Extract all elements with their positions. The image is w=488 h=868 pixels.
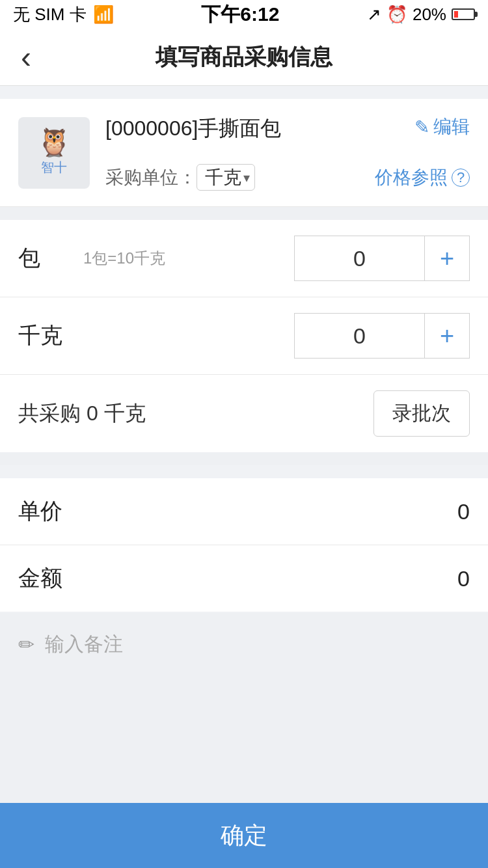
status-time: 下午6:12: [201, 1, 279, 28]
kg-row: 千克 +: [0, 297, 488, 375]
unit-select[interactable]: 千克 包: [197, 164, 255, 191]
section-divider-2: [0, 452, 488, 465]
edit-button[interactable]: ✎ 编辑: [414, 115, 470, 139]
location-icon: ↗: [367, 5, 381, 25]
batch-button[interactable]: 录批次: [373, 390, 470, 437]
pencil-icon: ✏: [18, 633, 34, 656]
confirm-button-label: 确定: [221, 820, 267, 852]
total-row: 共采购 0 千克 录批次: [0, 375, 488, 452]
amount-row: 金额 0: [0, 545, 488, 612]
brand-owl-icon: 🦉: [37, 129, 71, 156]
price-ref-label: 价格参照: [375, 165, 448, 190]
bao-row: 包 1包=10千克 +: [0, 220, 488, 297]
confirm-button[interactable]: 确定: [0, 803, 488, 868]
kg-input[interactable]: [294, 313, 424, 359]
amount-label: 金额: [18, 563, 457, 593]
section-divider-1: [0, 207, 488, 220]
unit-label: 采购单位：: [105, 165, 197, 190]
product-thumbnail: 🦉 智十: [18, 117, 90, 189]
back-icon: ‹: [21, 39, 31, 75]
battery-pct: 20%: [413, 5, 446, 25]
product-bottom-row: 采购单位： 千克 包 价格参照 ?: [105, 164, 470, 191]
product-name: [0000006]手撕面包: [105, 115, 281, 143]
no-sim-text: 无 SIM 卡: [13, 3, 87, 26]
brand-label: 智十: [41, 159, 67, 176]
kg-input-wrap: +: [294, 313, 470, 359]
unit-price-label: 单价: [18, 496, 457, 526]
edit-icon: ✎: [414, 116, 429, 138]
kg-plus-icon: +: [440, 322, 454, 350]
kg-label: 千克: [18, 321, 70, 351]
back-button[interactable]: ‹: [0, 39, 52, 75]
edit-label: 编辑: [433, 115, 470, 139]
price-ref-button[interactable]: 价格参照 ?: [375, 165, 470, 190]
note-section[interactable]: ✏ 输入备注: [0, 613, 488, 676]
note-placeholder[interactable]: 输入备注: [45, 631, 123, 658]
wifi-icon: 📶: [93, 5, 114, 25]
product-card: 🦉 智十 [0000006]手撕面包 ✎ 编辑 采购单位： 千克 包 价格参照 …: [0, 99, 488, 207]
total-label: 共采购 0 千克: [18, 400, 373, 428]
unit-price-value: 0: [457, 499, 470, 524]
product-info: [0000006]手撕面包 ✎ 编辑 采购单位： 千克 包 价格参照 ?: [105, 115, 470, 191]
unit-select-wrap[interactable]: 千克 包: [197, 164, 255, 191]
nav-bar: ‹ 填写商品采购信息: [0, 29, 488, 86]
batch-button-label: 录批次: [392, 402, 451, 424]
status-right: ↗ ⏰ 20%: [367, 5, 475, 25]
battery-icon: [452, 8, 475, 20]
unit-price-row: 单价 0: [0, 478, 488, 545]
bao-plus-button[interactable]: +: [424, 236, 470, 281]
amount-value: 0: [457, 566, 470, 591]
bao-input-wrap: +: [294, 236, 470, 281]
page-title: 填写商品采购信息: [156, 42, 332, 72]
kg-plus-button[interactable]: +: [424, 313, 470, 359]
price-ref-icon: ?: [452, 169, 470, 187]
product-top-row: [0000006]手撕面包 ✎ 编辑: [105, 115, 470, 154]
price-amount-section: 单价 0 金额 0: [0, 478, 488, 612]
quantity-section: 包 1包=10千克 + 千克 +: [0, 220, 488, 375]
bao-input[interactable]: [294, 236, 424, 281]
bao-plus-icon: +: [440, 245, 454, 273]
bao-label: 包: [18, 243, 70, 273]
battery-fill: [454, 11, 458, 18]
bao-sublabel: 1包=10千克: [83, 248, 165, 269]
alarm-icon: ⏰: [386, 5, 407, 25]
status-left: 无 SIM 卡 📶: [13, 3, 114, 26]
status-bar: 无 SIM 卡 📶 下午6:12 ↗ ⏰ 20%: [0, 0, 488, 29]
